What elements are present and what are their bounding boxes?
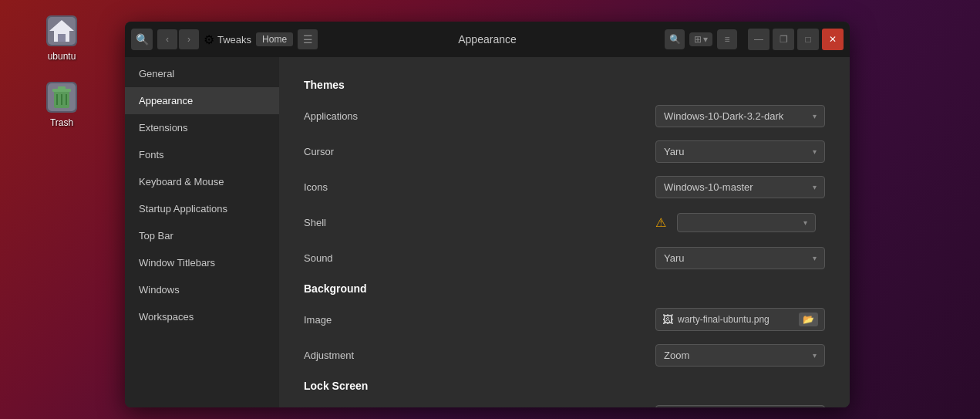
titlebar-menu-button[interactable]: ☰ <box>298 29 318 49</box>
sidebar-label-extensions: Extensions <box>139 122 188 133</box>
sound-row: Sound Yaru ▾ <box>304 244 825 272</box>
cursor-dropdown-arrow: ▾ <box>813 147 817 156</box>
bg-image-row: Image 🖼 warty-final-ubuntu.png 📂 <box>304 306 825 333</box>
desktop-icon-home[interactable]: ubuntu <box>31 8 93 66</box>
sound-dropdown-arrow: ▾ <box>813 254 817 262</box>
cursor-row: Cursor Yaru ▾ <box>304 137 825 165</box>
bg-adjustment-value: Zoom <box>664 350 689 361</box>
shell-dropdown[interactable]: ▾ <box>677 213 816 232</box>
titlebar-search-btn[interactable]: 🔍 <box>131 29 153 50</box>
icons-value: Windows-10-master <box>664 181 753 193</box>
sidebar-item-appearance[interactable]: Appearance <box>125 87 279 114</box>
view-toggle-button[interactable]: ⊞ ▾ <box>689 32 712 46</box>
background-section-title: Background <box>304 282 825 295</box>
sound-control: Yaru ▾ <box>655 247 825 269</box>
tweaks-app-name: Tweaks <box>217 34 251 46</box>
cursor-label: Cursor <box>304 146 655 157</box>
shell-warning-icon: ⚠ <box>655 215 666 230</box>
window-controls: — ❐ □ ✕ <box>748 29 844 50</box>
icons-dropdown-arrow: ▾ <box>813 183 817 191</box>
close-button[interactable]: ✕ <box>822 29 844 50</box>
sidebar-label-top-bar: Top Bar <box>139 230 173 242</box>
themes-section-title: Themes <box>304 79 825 91</box>
bg-image-browse-btn[interactable]: 📂 <box>799 313 818 326</box>
sidebar-label-workspaces: Workspaces <box>139 311 194 323</box>
breadcrumb[interactable]: Home <box>256 32 293 46</box>
home-icon <box>43 12 80 49</box>
sidebar-label-appearance: Appearance <box>139 95 193 106</box>
content-area: Themes Applications Windows-10-Dark-3.2-… <box>279 57 850 407</box>
bg-adjustment-label: Adjustment <box>304 350 655 361</box>
sidebar-item-extensions[interactable]: Extensions <box>125 114 279 141</box>
shell-label: Shell <box>304 217 655 228</box>
breadcrumb-label: Home <box>262 34 287 45</box>
titlebar-right: 🔍 ⊞ ▾ ≡ — ❐ □ ✕ <box>665 29 844 50</box>
desktop-icon-trash[interactable]: Trash <box>31 74 93 133</box>
bg-image-picker[interactable]: 🖼 warty-final-ubuntu.png 📂 <box>655 308 825 331</box>
back-button[interactable]: ‹ <box>157 29 177 49</box>
shell-dropdown-arrow: ▾ <box>803 218 807 227</box>
forward-button[interactable]: › <box>179 29 199 49</box>
restore-button[interactable]: ❐ <box>773 29 794 50</box>
cursor-value: Yaru <box>664 146 685 157</box>
titlebar-left: 🔍 ‹ › ⚙ Tweaks Home ☰ <box>131 29 665 50</box>
maximize-button[interactable]: □ <box>797 29 819 50</box>
cursor-dropdown[interactable]: Yaru ▾ <box>655 140 825 163</box>
window-body: General Appearance Extensions Fonts Keyb… <box>125 57 850 407</box>
trash-icon-label: Trash <box>50 117 73 128</box>
sidebar-item-windows[interactable]: Windows <box>125 276 279 303</box>
window-title: Appearance <box>458 33 517 46</box>
sidebar-label-fonts: Fonts <box>139 149 164 161</box>
sound-value: Yaru <box>664 252 685 264</box>
titlebar: 🔍 ‹ › ⚙ Tweaks Home ☰ Appearance 🔍 ⊞ ▾ ≡ <box>125 22 850 57</box>
svg-rect-3 <box>58 34 66 42</box>
sidebar-label-startup: Startup Applications <box>139 203 227 215</box>
icons-label: Icons <box>304 181 655 193</box>
titlebar-center: Appearance <box>458 33 517 46</box>
icons-control: Windows-10-master ▾ <box>655 176 825 198</box>
sidebar: General Appearance Extensions Fonts Keyb… <box>125 57 279 407</box>
bg-image-file-icon: 🖼 <box>662 313 673 326</box>
ls-image-row: Image 🖼 warty-final-ubuntu.png 📂 <box>304 403 825 407</box>
applications-label: Applications <box>304 110 655 122</box>
list-view-button[interactable]: ≡ <box>717 29 737 49</box>
ls-image-picker[interactable]: 🖼 warty-final-ubuntu.png 📂 <box>655 405 825 407</box>
bg-adjustment-control: Zoom ▾ <box>655 344 825 367</box>
search-right-button[interactable]: 🔍 <box>665 29 685 49</box>
sidebar-item-window-titlebars[interactable]: Window Titlebars <box>125 249 279 276</box>
tweaks-app-icon: ⚙ <box>204 32 214 47</box>
desktop: ubuntu Trash <box>0 0 123 419</box>
sidebar-label-general: General <box>139 68 174 79</box>
bg-image-label: Image <box>304 314 655 326</box>
applications-value: Windows-10-Dark-3.2-dark <box>664 110 783 122</box>
bg-image-filename: warty-final-ubuntu.png <box>678 314 794 325</box>
applications-dropdown[interactable]: Windows-10-Dark-3.2-dark ▾ <box>655 105 825 127</box>
bg-adjustment-row: Adjustment Zoom ▾ <box>304 341 825 369</box>
shell-row: Shell ⚠ ▾ <box>304 208 825 236</box>
sidebar-item-top-bar[interactable]: Top Bar <box>125 222 279 249</box>
sidebar-label-keyboard-mouse: Keyboard & Mouse <box>139 176 224 188</box>
sidebar-label-window-titlebars: Window Titlebars <box>139 257 215 269</box>
ls-image-control: 🖼 warty-final-ubuntu.png 📂 <box>655 405 825 407</box>
trash-icon <box>43 79 80 116</box>
view-grid-icon: ⊞ <box>694 34 702 45</box>
bg-adjustment-dropdown[interactable]: Zoom ▾ <box>655 344 825 367</box>
sidebar-item-general[interactable]: General <box>125 60 279 87</box>
bg-image-control: 🖼 warty-final-ubuntu.png 📂 <box>655 308 825 331</box>
applications-control: Windows-10-Dark-3.2-dark ▾ <box>655 105 825 127</box>
applications-dropdown-arrow: ▾ <box>813 112 817 120</box>
titlebar-nav: ‹ › <box>157 29 199 49</box>
sidebar-item-workspaces[interactable]: Workspaces <box>125 303 279 330</box>
sound-label: Sound <box>304 252 655 264</box>
sidebar-item-keyboard-mouse[interactable]: Keyboard & Mouse <box>125 168 279 195</box>
tweaks-window: 🔍 ‹ › ⚙ Tweaks Home ☰ Appearance 🔍 ⊞ ▾ ≡ <box>125 22 850 407</box>
sidebar-item-startup[interactable]: Startup Applications <box>125 195 279 222</box>
cursor-control: Yaru ▾ <box>655 140 825 163</box>
sound-dropdown[interactable]: Yaru ▾ <box>655 247 825 269</box>
sidebar-label-windows: Windows <box>139 284 180 296</box>
view-dropdown-arrow: ▾ <box>703 34 708 45</box>
titlebar-title-area: ⚙ Tweaks <box>204 32 251 47</box>
icons-dropdown[interactable]: Windows-10-master ▾ <box>655 176 825 198</box>
sidebar-item-fonts[interactable]: Fonts <box>125 141 279 168</box>
minimize-button[interactable]: — <box>748 29 770 50</box>
